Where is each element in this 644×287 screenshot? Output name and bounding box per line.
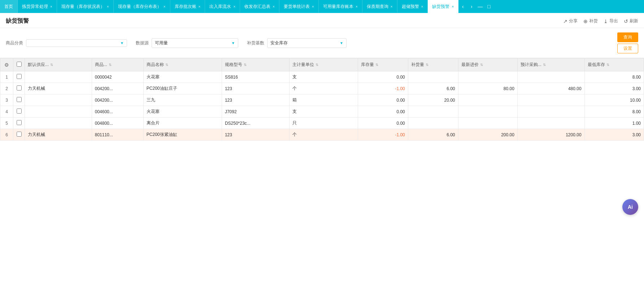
row-checkbox-2[interactable]	[17, 97, 22, 102]
td-supplier-5: 力天机械	[25, 129, 92, 141]
td-checkbox-3	[13, 106, 25, 118]
td-spec-4: DS250*23c...	[222, 118, 289, 129]
td-supplier-4	[25, 118, 92, 129]
td-estimated-4	[517, 118, 584, 129]
th-latest-price[interactable]: 最新进价 ⇅	[458, 58, 517, 71]
tab-close-summary[interactable]: ×	[273, 5, 275, 9]
td-replenish-3	[408, 106, 458, 118]
tab-close-stock-status[interactable]: ×	[107, 5, 109, 9]
tab-close-expiry[interactable]: ×	[391, 5, 393, 9]
tab-requisition[interactable]: 要货单统计表 ×	[279, 0, 319, 13]
tab-minimize-btn[interactable]: —	[476, 0, 484, 13]
tab-next-btn[interactable]: ›	[467, 0, 476, 13]
td-spec-5: 123	[222, 129, 289, 141]
td-code-0: 0000042	[92, 71, 143, 83]
tab-picking[interactable]: 拣货异常处理 ×	[18, 0, 57, 13]
td-row-num-2: 3	[0, 94, 13, 106]
th-stock[interactable]: 库存量 ⇅	[358, 58, 408, 71]
replenish-base-select[interactable]: 安全库存 ▼	[267, 38, 347, 48]
datasource-select[interactable]: 可用量 ▼	[152, 38, 238, 48]
sort-spec-icon: ⇅	[244, 63, 247, 67]
tab-close-requisition[interactable]: ×	[312, 5, 314, 9]
th-name[interactable]: 商品名称 ⇅	[143, 58, 222, 71]
td-code-4: 004800...	[92, 118, 143, 129]
ai-badge[interactable]: Ai	[622, 199, 638, 215]
row-checkbox-3[interactable]	[17, 109, 22, 114]
row-checkbox-5[interactable]	[17, 132, 22, 137]
row-checkbox-4[interactable]	[17, 120, 22, 125]
th-spec[interactable]: 规格型号 ⇅	[222, 58, 289, 71]
tab-close-overstock[interactable]: ×	[421, 5, 423, 9]
tab-maximize-btn[interactable]: □	[484, 0, 493, 13]
page-header: 缺货预警 ↗ 分享 ⊕ 补货 ⤓ 导出 ↺ 刷新	[0, 13, 644, 28]
tab-stock-dist[interactable]: 现存量（库存分布表） ×	[114, 0, 170, 13]
td-latest-price-2	[458, 94, 517, 106]
gear-icon[interactable]: ⚙	[4, 62, 9, 68]
export-button[interactable]: ⤓ 导出	[604, 18, 618, 24]
th-replenish[interactable]: 补货量 ⇅	[408, 58, 458, 71]
th-supplier[interactable]: 默认供应... ⇅	[25, 58, 92, 71]
refresh-button[interactable]: ↺ 刷新	[624, 18, 638, 24]
page-title: 缺货预警	[6, 17, 29, 25]
tab-close-picking[interactable]: ×	[50, 5, 52, 9]
tab-expiry[interactable]: 保质期查询 ×	[362, 0, 397, 13]
td-stock-1: -1.00	[358, 83, 408, 94]
category-filter-group: 商品分类 ▼	[6, 39, 127, 47]
tab-prev-btn[interactable]: ‹	[458, 0, 467, 13]
data-table: ⚙ 默认供应... ⇅ 商品... ⇅	[0, 58, 644, 141]
table-row: 1 0000042 火花塞 SS816 支 0.00 8.00	[0, 71, 644, 83]
tab-stock-status[interactable]: 现存量（库存状况表） ×	[57, 0, 114, 13]
tab-inout[interactable]: 出入库流水 ×	[205, 0, 240, 13]
sort-unit-icon: ⇅	[316, 63, 318, 67]
tab-close-inout[interactable]: ×	[233, 5, 235, 9]
row-checkbox-0[interactable]	[17, 74, 22, 79]
row-checkbox-1[interactable]	[17, 85, 22, 90]
td-estimated-5: 1200.00	[517, 129, 584, 141]
td-name-0: 火花塞	[143, 71, 222, 83]
share-button[interactable]: ↗ 分享	[563, 18, 578, 24]
th-min-stock[interactable]: 最低库存 ⇅	[584, 58, 644, 71]
tab-available[interactable]: 可用量库存账本 ×	[319, 0, 362, 13]
sort-code-icon: ⇅	[109, 63, 112, 67]
th-estimated[interactable]: 预计采购... ⇅	[517, 58, 584, 71]
tab-close-batch[interactable]: ×	[199, 5, 201, 9]
td-name-5: PC200张紧油缸	[143, 129, 222, 141]
sort-latest-price-icon: ⇅	[480, 63, 483, 67]
th-unit[interactable]: 主计量单位 ⇅	[290, 58, 358, 71]
table-row: 6 力天机械 801110... PC200张紧油缸 123 个 -1.00 6…	[0, 129, 644, 141]
td-unit-3: 支	[290, 106, 358, 118]
th-code[interactable]: 商品... ⇅	[92, 58, 143, 71]
td-stock-0: 0.00	[358, 71, 408, 83]
refresh-icon: ↺	[624, 18, 628, 24]
td-estimated-2	[517, 94, 584, 106]
td-unit-5: 个	[290, 129, 358, 141]
tab-overstock[interactable]: 超储预警 ×	[397, 0, 428, 13]
tab-close-available[interactable]: ×	[356, 5, 358, 9]
query-button[interactable]: 查询	[617, 32, 638, 42]
td-checkbox-5	[13, 129, 25, 141]
tab-summary[interactable]: 收发存汇总表 ×	[240, 0, 279, 13]
td-min-stock-2: 10.00	[584, 94, 644, 106]
tab-close-shortage[interactable]: ×	[452, 5, 454, 9]
td-spec-2: 123	[222, 94, 289, 106]
tab-shortage[interactable]: 缺货预警 ×	[428, 0, 458, 13]
td-supplier-3	[25, 106, 92, 118]
td-name-2: 三九	[143, 94, 222, 106]
table-row: 3 004200... 三九 123 箱 0.00 20.00 10.00	[0, 94, 644, 106]
sort-stock-icon: ⇅	[375, 63, 378, 67]
table-row: 2 力天机械 004200... PC200油缸庄子 123 个 -1.00 6…	[0, 83, 644, 94]
datasource-filter-group: 数据源 可用量 ▼	[136, 38, 238, 48]
tab-home[interactable]: 首页	[0, 0, 18, 13]
datasource-select-value: 可用量	[155, 40, 168, 46]
th-gear[interactable]: ⚙	[0, 58, 13, 71]
replenish-button[interactable]: ⊕ 补货	[583, 18, 598, 24]
td-stock-2: 0.00	[358, 94, 408, 106]
tab-close-stock-dist[interactable]: ×	[164, 5, 166, 9]
select-all-checkbox[interactable]	[17, 62, 22, 67]
td-checkbox-1	[13, 83, 25, 94]
td-checkbox-0	[13, 71, 25, 83]
tab-batch[interactable]: 库存批次账 ×	[170, 0, 205, 13]
settings-button[interactable]: 设置	[617, 44, 638, 53]
category-select[interactable]: ▼	[26, 39, 127, 47]
td-unit-0: 支	[290, 71, 358, 83]
